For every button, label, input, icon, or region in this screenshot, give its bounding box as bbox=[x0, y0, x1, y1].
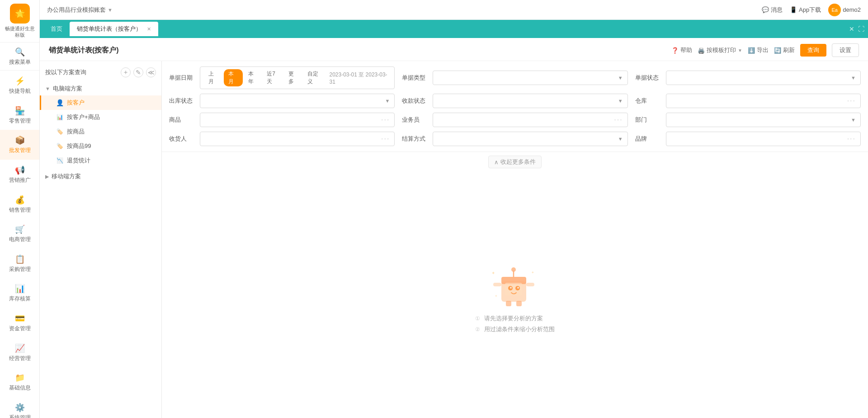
inventory-icon: 📊 bbox=[15, 284, 25, 294]
settlement-label: 结算方式 bbox=[402, 135, 429, 143]
brand-control[interactable]: ··· bbox=[666, 132, 861, 146]
filter-department: 部门 ▼ bbox=[635, 113, 861, 127]
recipient-control[interactable]: ··· bbox=[200, 132, 395, 146]
warehouse-control[interactable]: ··· bbox=[666, 94, 861, 108]
by-goods-99-label: 按商品99 bbox=[67, 142, 91, 150]
scheme-by-customer[interactable]: 👤 按客户 bbox=[40, 95, 161, 110]
sidebar-item-purchase[interactable]: 📋 采购管理 bbox=[0, 249, 39, 279]
desktop-expand-icon: ▼ bbox=[45, 86, 50, 91]
sidebar-item-basic[interactable]: 📁 基础信息 bbox=[0, 367, 39, 397]
date-tab-this-year[interactable]: 本年 bbox=[245, 69, 262, 86]
date-tab-more[interactable]: 更多 bbox=[285, 69, 302, 86]
template-print-button[interactable]: 🖨️ 按模板打印 ▼ bbox=[698, 46, 742, 54]
date-label: 单据日期 bbox=[169, 74, 196, 82]
app-download-button[interactable]: 📱 App下载 bbox=[790, 6, 821, 14]
settlement-control[interactable]: ▼ bbox=[433, 132, 627, 146]
filter-recipient: 收货人 ··· bbox=[169, 132, 395, 146]
date-tab-this-month[interactable]: 本月 bbox=[224, 69, 243, 86]
export-label: 导出 bbox=[757, 46, 769, 54]
industry-selector[interactable]: 办公用品行业模拟账套 ▼ bbox=[47, 6, 113, 14]
svg-rect-12 bbox=[516, 301, 522, 306]
sales-icon: 💰 bbox=[15, 195, 25, 205]
operation-icon: 📈 bbox=[15, 343, 25, 353]
doc-status-control[interactable]: ▼ bbox=[666, 71, 861, 85]
sidebar-item-search[interactable]: 🔍 搜索菜单 bbox=[0, 43, 39, 71]
collapse-more-button[interactable]: ∧ 收起更多条件 bbox=[488, 156, 542, 168]
salesperson-control[interactable]: ··· bbox=[433, 113, 627, 127]
recipient-more-icon[interactable]: ··· bbox=[381, 135, 390, 143]
empty-hint-2: ② 用过滤条件来缩小分析范围 bbox=[475, 325, 555, 333]
refresh-button[interactable]: 🔄 刷新 bbox=[774, 46, 795, 54]
sidebar-item-system[interactable]: ⚙️ 系统管理 bbox=[0, 397, 39, 418]
department-control[interactable]: ▼ bbox=[666, 113, 861, 127]
add-scheme-button[interactable]: ＋ bbox=[121, 67, 131, 77]
edit-scheme-button[interactable]: ✎ bbox=[133, 67, 143, 77]
brand-more-icon[interactable]: ··· bbox=[847, 135, 856, 143]
sidebar-menu: 🔍 搜索菜单 ⚡ 快捷导航 🏪 零售管理 📦 批发管理 📢 营销推广 💰 销售管… bbox=[0, 43, 39, 418]
sidebar-item-system-label: 系统管理 bbox=[9, 414, 31, 418]
user-initials: Ea bbox=[832, 7, 838, 13]
department-chevron-icon: ▼ bbox=[851, 117, 856, 123]
mobile-icon: 📱 bbox=[790, 6, 797, 13]
goods-control[interactable]: ··· bbox=[200, 113, 395, 127]
sidebar-item-inventory[interactable]: 📊 库存核算 bbox=[0, 278, 39, 308]
query-button[interactable]: 查询 bbox=[800, 44, 826, 57]
sidebar-item-marketing[interactable]: 📢 营销推广 bbox=[0, 160, 39, 190]
help-button[interactable]: ❓ 帮助 bbox=[671, 46, 692, 54]
filter-warehouse: 仓库 ··· bbox=[635, 94, 861, 108]
scheme-by-customer-goods[interactable]: 📊 按客户+商品 bbox=[40, 110, 161, 124]
scheme-by-goods[interactable]: 🏷️ 按商品 bbox=[40, 124, 161, 139]
quicknav-icon: ⚡ bbox=[15, 76, 25, 86]
system-icon: ⚙️ bbox=[15, 403, 25, 413]
page-title: 销货单统计表(按客户) bbox=[49, 46, 119, 55]
collapse-panel-button[interactable]: ≪ bbox=[146, 67, 156, 77]
svg-text:✦: ✦ bbox=[495, 294, 498, 298]
desktop-scheme-header[interactable]: ▼ 电脑端方案 bbox=[40, 82, 161, 95]
filter-settlement: 结算方式 ▼ bbox=[402, 132, 627, 146]
empty-hints: ① 请先选择要分析的方案 ② 用过滤条件来缩小分析范围 bbox=[475, 314, 555, 333]
message-button[interactable]: 💬 消息 bbox=[762, 6, 783, 14]
empty-state: ✦ ✦ ✦ ① 请先选择要分析的方案 ② 用过滤条件来缩小分析范围 bbox=[162, 172, 868, 418]
date-tab-last-7-days[interactable]: 近7天 bbox=[263, 69, 283, 86]
export-button[interactable]: ⬇️ 导出 bbox=[748, 46, 769, 54]
tab-close-icon[interactable]: ✕ bbox=[147, 26, 151, 32]
sidebar-item-wholesale[interactable]: 📦 批发管理 bbox=[0, 130, 39, 160]
sidebar-item-operation[interactable]: 📈 经营管理 bbox=[0, 338, 39, 368]
sidebar-item-finance[interactable]: 💳 资金管理 bbox=[0, 308, 39, 338]
tab-home[interactable]: 首页 bbox=[43, 22, 70, 36]
salesperson-more-icon[interactable]: ··· bbox=[614, 116, 623, 124]
recipient-label: 收货人 bbox=[169, 135, 196, 143]
tab-close-window-icon[interactable]: ✕ bbox=[849, 25, 854, 33]
tab-sales-stat[interactable]: 销货单统计表（按客户） ✕ bbox=[70, 22, 158, 36]
date-tab-last-month[interactable]: 上月 bbox=[205, 69, 222, 86]
doc-type-control[interactable]: ▼ bbox=[433, 71, 627, 85]
sidebar-item-ecommerce[interactable]: 🛒 电商管理 bbox=[0, 219, 39, 249]
warehouse-more-icon[interactable]: ··· bbox=[847, 97, 856, 105]
app-logo[interactable]: 🌟 畅捷通好生意标版 bbox=[0, 0, 39, 43]
sidebar-item-sales[interactable]: 💰 销售管理 bbox=[0, 190, 39, 219]
return-stat-icon: 📉 bbox=[56, 157, 63, 164]
date-tab-custom[interactable]: 自定义 bbox=[304, 69, 326, 86]
sidebar-item-quicknav[interactable]: ⚡ 快捷导航 bbox=[0, 71, 39, 100]
receipt-status-control[interactable]: ▼ bbox=[433, 94, 627, 108]
svg-point-5 bbox=[510, 287, 512, 289]
filter-brand: 品牌 ··· bbox=[635, 132, 861, 146]
out-status-label: 出库状态 bbox=[169, 97, 196, 105]
mobile-scheme-header[interactable]: ▶ 移动端方案 bbox=[40, 170, 161, 183]
tab-maximize-icon[interactable]: ⛶ bbox=[858, 25, 864, 33]
template-print-label: 按模板打印 bbox=[707, 46, 736, 54]
goods-more-icon[interactable]: ··· bbox=[381, 116, 390, 124]
doc-type-chevron-icon: ▼ bbox=[618, 75, 623, 81]
svg-point-8 bbox=[511, 267, 516, 272]
hint2-num: ② bbox=[475, 326, 480, 332]
settings-button[interactable]: 设置 bbox=[832, 43, 859, 57]
sidebar-item-retail[interactable]: 🏪 零售管理 bbox=[0, 100, 39, 130]
sidebar-item-inventory-label: 库存核算 bbox=[9, 295, 31, 303]
tab-controls: ✕ ⛶ bbox=[849, 25, 864, 33]
out-status-control[interactable]: ▼ bbox=[200, 94, 395, 108]
user-menu[interactable]: Ea demo2 bbox=[828, 4, 861, 16]
scheme-return-stat[interactable]: 📉 退货统计 bbox=[40, 153, 161, 168]
by-customer-label: 按客户 bbox=[67, 99, 85, 107]
scheme-by-goods-99[interactable]: 🏷️ 按商品99 bbox=[40, 139, 161, 153]
date-control[interactable]: 上月 本月 本年 近7天 更多 自定义 2023-03-01 至 2023-03… bbox=[200, 66, 395, 89]
